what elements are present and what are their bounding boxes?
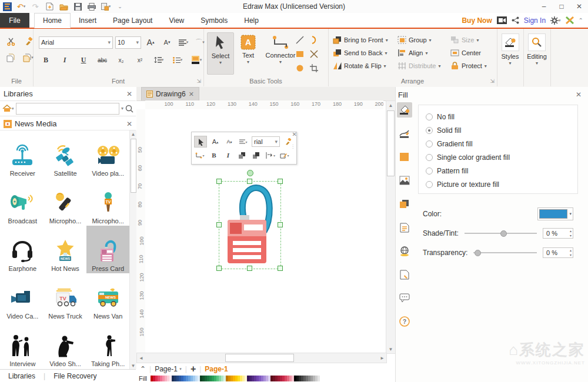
library-item-video-camera[interactable]: Video Ca... (1, 273, 44, 321)
float-connector-button[interactable]: ▾ (194, 150, 206, 160)
picture-tab-icon[interactable] (397, 173, 412, 188)
scrollbar-thumb[interactable] (131, 139, 136, 193)
shape-tab-icon[interactable] (397, 149, 412, 165)
styles-button[interactable]: Styles▾ (499, 31, 522, 81)
tab-insert[interactable]: Insert (71, 13, 105, 28)
float-decrease-font-button[interactable]: A▾ (223, 136, 235, 147)
library-item-video-player[interactable]: Video pla... (86, 130, 129, 178)
drawing-page[interactable]: ✕ ⋮ A▴ A▾ ▾ rial▾ ▾ B I ▾ ▾ (145, 109, 383, 353)
note-tab-icon[interactable] (397, 220, 412, 235)
tab-help[interactable]: Help (236, 13, 267, 28)
float-increase-font-button[interactable]: A▴ (209, 136, 221, 147)
scrollbar-thumb[interactable] (387, 110, 395, 176)
libraries-close-icon[interactable]: ✕ (126, 90, 132, 98)
ellipse-tool-button[interactable] (293, 62, 307, 75)
open-button[interactable] (58, 1, 69, 12)
library-item-microphone[interactable]: Micropho... (44, 178, 87, 226)
collapse-ribbon-icon[interactable]: ⌃ (579, 17, 583, 24)
float-bold-button[interactable]: B (208, 150, 220, 160)
paste-style-button[interactable]: ▾ (100, 1, 112, 12)
scroll-left-icon[interactable]: ◄ (137, 353, 145, 363)
send-to-back-button[interactable]: Send to Back▾ (333, 46, 388, 59)
font-dialog-launcher[interactable]: ⇲ (196, 78, 201, 84)
library-item-video-shooting[interactable]: Video Sh... (44, 321, 87, 368)
protect-button[interactable]: Protect▾ (450, 59, 487, 72)
bottom-tab-file-recovery[interactable]: File Recovery (45, 372, 105, 380)
share-icon[interactable] (512, 16, 519, 24)
tab-symbols[interactable]: Symbols (192, 13, 236, 28)
rotate-flip-button[interactable]: Rotate & Flip▾ (333, 59, 388, 72)
customize-toolbar-button[interactable]: ⌄ (114, 1, 126, 12)
library-item-hot-news[interactable]: NEWS Hot News (44, 226, 87, 273)
scroll-down-icon[interactable]: ▼ (386, 345, 395, 353)
rectangle-tool-button[interactable] (293, 48, 307, 61)
selection-handle[interactable] (216, 179, 222, 184)
line-spacing-button[interactable]: ▾ (152, 53, 166, 66)
minimize-button[interactable]: – (535, 1, 553, 12)
italic-button[interactable]: I (58, 53, 72, 66)
float-bring-front-button[interactable] (236, 150, 248, 160)
fill-color-picker[interactable]: ▾ (537, 207, 573, 220)
scroll-up-icon[interactable]: ▲ (130, 130, 136, 138)
shadow-tab-icon[interactable] (397, 196, 412, 212)
add-page-button[interactable]: + (191, 364, 196, 374)
help-tab-icon[interactable]: ? (397, 314, 412, 329)
tab-home[interactable]: Home (34, 13, 71, 28)
fill-option-solid-fill[interactable]: Solid fill (426, 123, 577, 137)
shade-tint-spinner[interactable]: 0 %▴▾ (543, 228, 573, 239)
float-select-icon[interactable] (194, 136, 207, 148)
selection-handle[interactable] (247, 266, 252, 271)
line-tool-button[interactable] (293, 33, 307, 46)
text-tool-button[interactable]: A Text▾ (235, 32, 261, 73)
close-button[interactable]: ✕ (570, 1, 588, 12)
document-tab[interactable]: Drawing6 ✕ (141, 87, 199, 100)
attachment-tab-icon[interactable] (397, 267, 412, 282)
increase-font-button[interactable]: A▴ (143, 36, 158, 49)
fill-option-picture-texture-fill[interactable]: Picture or texture fill (426, 177, 577, 191)
undo-button[interactable]: ↶▾ (15, 1, 27, 12)
library-item-press-card[interactable]: Press Card (86, 226, 129, 273)
maximize-button[interactable]: □ (553, 1, 570, 12)
hyperlink-tab-icon[interactable] (397, 243, 412, 259)
bottom-tab-libraries[interactable]: Libraries (0, 372, 44, 380)
fill-option-no-fill[interactable]: No fill (426, 110, 577, 123)
text-align-button[interactable]: ▾ (176, 36, 191, 49)
tab-file[interactable]: File (0, 13, 29, 28)
new-document-button[interactable] (44, 1, 55, 12)
selection-handle[interactable] (278, 179, 283, 184)
library-item-taking-photo[interactable]: Taking Ph... (86, 321, 129, 368)
distribute-button[interactable]: Distribute▾ (397, 59, 440, 72)
sidebar-scrollbar[interactable]: ▲ ▼ (129, 130, 136, 369)
scroll-right-icon[interactable]: ► (378, 353, 386, 363)
font-family-combo[interactable]: Arial▾ (39, 36, 113, 49)
library-search-input[interactable] (16, 103, 119, 115)
library-item-satellite[interactable]: Satellite (44, 130, 87, 178)
h-scrollbar[interactable]: ◄ ► (136, 353, 387, 363)
search-dropdown-icon[interactable]: ▾ (121, 106, 123, 111)
search-icon[interactable] (125, 105, 133, 113)
library-item-news-truck[interactable]: TV News Truck (44, 273, 87, 321)
rotation-handle[interactable] (247, 170, 253, 176)
float-align-shapes-button[interactable]: ▾ (265, 150, 276, 160)
gear-icon[interactable]: ▾ (550, 16, 561, 25)
fill-tab-icon[interactable] (397, 102, 412, 118)
tab-page-layout[interactable]: Page Layout (105, 13, 161, 28)
selection-handle[interactable] (216, 222, 222, 227)
select-tool-button[interactable]: Select▾ (207, 32, 234, 75)
arc-tool-button[interactable] (307, 33, 321, 46)
copy-button[interactable] (4, 51, 18, 64)
float-align-button[interactable]: ▾ (238, 136, 249, 147)
selection-handle[interactable] (278, 222, 283, 227)
bullets-button[interactable]: ▾ (171, 53, 185, 66)
collapse-pages-icon[interactable]: ⌃ (140, 365, 146, 373)
arrange-dialog-launcher[interactable]: ⇲ (490, 78, 495, 84)
fill-option-pattern-fill[interactable]: Pattern fill (426, 164, 577, 177)
selection-handle[interactable] (247, 179, 252, 184)
center-button[interactable]: Center (450, 46, 487, 59)
transparency-spinner[interactable]: 0 %▴▾ (543, 247, 573, 258)
brand-x-icon[interactable] (566, 16, 574, 24)
scrollbar-thumb[interactable] (225, 354, 294, 362)
library-section-close-icon[interactable]: ✕ (126, 120, 132, 128)
selection-box[interactable] (219, 181, 281, 269)
video-demo-icon[interactable] (497, 16, 507, 24)
